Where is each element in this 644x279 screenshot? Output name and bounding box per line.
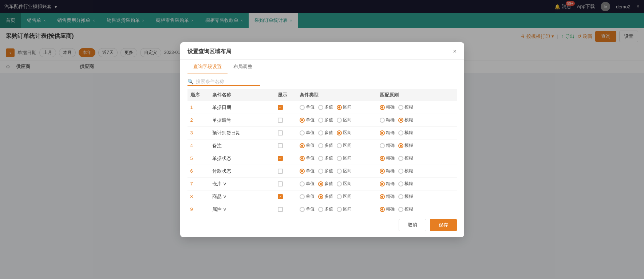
dialog-close-button[interactable]: ×	[453, 48, 457, 55]
dialog-title: 设置查询区域布局	[187, 48, 231, 55]
dialog-tab-layout[interactable]: 布局调整	[228, 60, 258, 74]
modal-overlay: 设置查询区域布局 × 查询字段设置 布局调整 🔍 顺序 条件名称 显示	[0, 0, 644, 73]
dialog-tab-query[interactable]: 查询字段设置	[187, 60, 228, 74]
dialog: 设置查询区域布局 × 查询字段设置 布局调整 🔍 顺序 条件名称 显示	[180, 42, 464, 74]
dialog-tabs: 查询字段设置 布局调整	[180, 60, 464, 74]
dialog-header: 设置查询区域布局 ×	[180, 42, 464, 60]
